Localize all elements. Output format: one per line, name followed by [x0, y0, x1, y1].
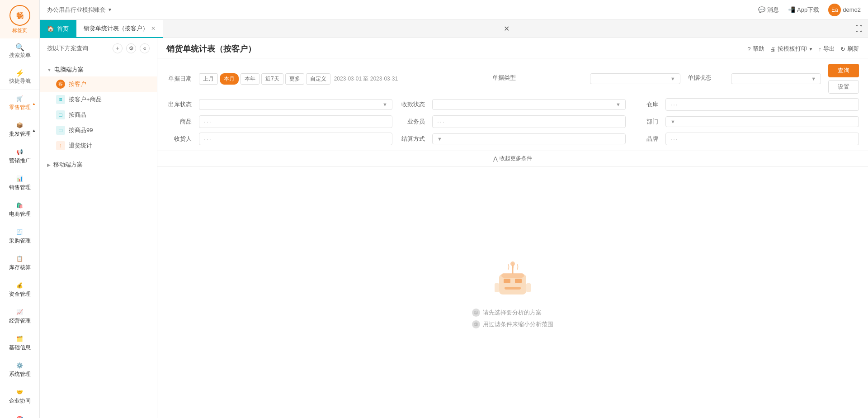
empty-state: ① 请先选择要分析的方案 ② 用过滤条件来缩小分析范围 [157, 166, 868, 418]
payment-status-chevron-icon: ▼ [616, 102, 621, 107]
date-btn-more[interactable]: 更多 [285, 73, 304, 85]
order-type-select[interactable]: ▼ [590, 73, 680, 84]
export-btn[interactable]: ↑ 导出 [819, 45, 835, 53]
search-menu[interactable]: 🔍 搜索菜单 [0, 38, 39, 64]
page-actions: ? 帮助 🖨 按模板打印 ▼ ↑ 导出 ↻ [747, 45, 859, 53]
empty-tip-2-text: 用过滤条件来缩小分析范围 [483, 320, 553, 328]
purchase-label: 采购管理 [9, 237, 31, 245]
account-dropdown[interactable]: 办公用品行业模拟账套 ▼ [47, 6, 112, 14]
scheme-by-product[interactable]: □ 按商品 [40, 107, 157, 123]
logo-area: 畅 标签页 [0, 0, 39, 38]
home-tab-label: 首页 [57, 25, 69, 33]
sidebar: 畅 标签页 🔍 搜索菜单 ⚡ 快捷导航 🛒 零售管理 📦 批发管理 📢 营销推广… [0, 0, 40, 418]
date-btn-last-month[interactable]: 上月 [199, 73, 218, 85]
department-select[interactable]: ▼ [665, 116, 859, 127]
scheme-by-customer[interactable]: 客 按客户 [40, 76, 157, 92]
sidebar-item-newbie[interactable]: 🎯 新手引导 [0, 410, 39, 418]
sidebar-item-finance[interactable]: 💰 资金管理 [0, 277, 39, 304]
desktop-scheme-title[interactable]: ▼ 电脑端方案 [40, 63, 157, 76]
tab-home[interactable]: 🏠 首页 [40, 20, 76, 38]
app-download-btn[interactable]: 📲 App下载 [788, 6, 819, 14]
message-icon: 💬 [758, 6, 765, 13]
refund-stat-icon: ↑ [56, 141, 65, 150]
product-label: 商品 [166, 118, 192, 126]
user-menu[interactable]: Ea demo2 [828, 4, 861, 16]
scheme-refund-stat[interactable]: ↑ 退货统计 [40, 138, 157, 153]
sidebar-item-system[interactable]: ⚙️ 系统管理 [0, 357, 39, 384]
query-btn[interactable]: 查询 [828, 64, 859, 77]
date-btn-this-month[interactable]: 本月 [220, 73, 239, 85]
operation-label: 经营管理 [9, 317, 31, 325]
sidebar-item-marketing[interactable]: 📢 营销推广 [0, 143, 39, 170]
tabs-bar: 🏠 首页 销货单统计表（按客户） ✕ ✕ ⛶ [40, 20, 868, 38]
out-status-label: 出库状态 [166, 100, 192, 109]
quick-nav[interactable]: ⚡ 快捷导航 [0, 64, 39, 90]
finance-icon: 💰 [16, 282, 23, 289]
receiver-select[interactable]: ··· [199, 133, 392, 145]
filter-row-2: 出库状态 ▼ 收款状态 ▼ 仓库 ··· [166, 98, 859, 111]
scheme-by-product99[interactable]: □ 按商品99 [40, 123, 157, 138]
order-status-chevron-icon: ▼ [811, 76, 816, 81]
operation-icon: 📈 [16, 309, 23, 315]
settlement-select[interactable]: ▼ [432, 133, 626, 144]
sidebar-item-operation[interactable]: 📈 经营管理 [0, 304, 39, 330]
maximize-btn[interactable]: ⛶ [850, 25, 868, 33]
scheme-by-customer-product[interactable]: ≡ 按客户+商品 [40, 92, 157, 107]
sidebar-item-enterprise[interactable]: 🤝 企业协同 [0, 384, 39, 410]
message-btn[interactable]: 💬 消息 [758, 6, 779, 14]
date-btn-custom[interactable]: 自定义 [306, 73, 330, 85]
date-btn-last-7-days[interactable]: 近7天 [261, 73, 283, 85]
enterprise-icon: 🤝 [16, 389, 23, 395]
svg-rect-5 [505, 287, 521, 290]
product-select[interactable]: ··· [199, 115, 392, 128]
home-icon: 🏠 [47, 25, 54, 32]
gear-icon: ⚙ [129, 45, 134, 52]
settlement-label: 结算方式 [400, 135, 425, 143]
left-panel-header: 按以下方案查询 + ⚙ « [40, 38, 157, 59]
sidebar-item-inventory[interactable]: 📋 库存核算 [0, 250, 39, 277]
help-btn[interactable]: ? 帮助 [747, 45, 764, 53]
desktop-scheme-group: ▼ 电脑端方案 客 按客户 ≡ 按客户+商品 □ 按商品 □ 按商品99 [40, 59, 157, 157]
tab-close-icon[interactable]: ✕ [151, 25, 156, 32]
header-right: 💬 消息 📲 App下载 Ea demo2 [758, 4, 861, 16]
sidebar-item-ecommerce[interactable]: 🛍️ 电商管理 [0, 197, 39, 223]
order-status-select[interactable]: ▼ [731, 73, 821, 84]
settings-btn[interactable]: 设置 [828, 80, 859, 94]
out-status-select[interactable]: ▼ [199, 99, 392, 110]
action-buttons: 查询 设置 [828, 64, 859, 94]
mobile-scheme-label: 移动端方案 [53, 161, 83, 169]
sidebar-item-basic[interactable]: 🗂️ 基础信息 [0, 330, 39, 357]
brand-select[interactable]: ··· [665, 133, 859, 145]
sidebar-item-sales[interactable]: 📊 销售管理 [0, 170, 39, 197]
salesperson-select[interactable]: ··· [432, 115, 626, 128]
template-print-btn[interactable]: 🖨 按模板打印 ▼ [770, 45, 813, 53]
department-chevron-icon: ▼ [670, 119, 675, 124]
quick-nav-label: 快捷导航 [9, 78, 31, 84]
payment-status-select[interactable]: ▼ [432, 99, 626, 110]
chevron-print-icon: ▼ [809, 47, 813, 52]
refresh-label: 刷新 [847, 45, 859, 53]
collapse-bar[interactable]: ⋀ 收起更多条件 [157, 151, 868, 166]
filter-area: 单据日期 上月 本月 本年 近7天 更多 自定义 2023-03-01 至 20… [157, 58, 868, 151]
svg-text:畅: 畅 [16, 12, 24, 19]
tab-sales-summary[interactable]: 销货单统计表（按客户） ✕ [76, 20, 163, 38]
page-header: 销货单统计表（按客户） ? 帮助 🖨 按模板打印 ▼ ↑ [157, 38, 868, 58]
refresh-btn[interactable]: ↻ 刷新 [840, 45, 859, 53]
collapse-panel-btn[interactable]: « [140, 43, 150, 53]
filter-row-3: 商品 ··· 业务员 ··· 部门 ▼ [166, 115, 859, 128]
mobile-scheme-group[interactable]: ▶ 移动端方案 [40, 157, 157, 172]
empty-tips: ① 请先选择要分析的方案 ② 用过滤条件来缩小分析范围 [472, 309, 553, 328]
storage-select[interactable]: ··· [665, 98, 859, 111]
sidebar-item-wholesale[interactable]: 📦 批发管理 [0, 117, 39, 143]
close-tab-btn[interactable]: ✕ [498, 24, 515, 33]
settings-scheme-btn[interactable]: ⚙ [126, 43, 136, 53]
system-icon: ⚙️ [16, 362, 23, 369]
order-status-label: 单据状态 [688, 74, 724, 82]
add-scheme-btn[interactable]: + [113, 43, 123, 53]
svg-rect-10 [526, 283, 531, 292]
marketing-label: 营销推广 [9, 157, 31, 165]
sidebar-item-purchase[interactable]: 🧾 采购管理 [0, 223, 39, 250]
date-btn-this-year[interactable]: 本年 [241, 73, 259, 85]
template-print-label: 按模板打印 [778, 45, 807, 53]
sidebar-item-retail[interactable]: 🛒 零售管理 [0, 90, 39, 117]
